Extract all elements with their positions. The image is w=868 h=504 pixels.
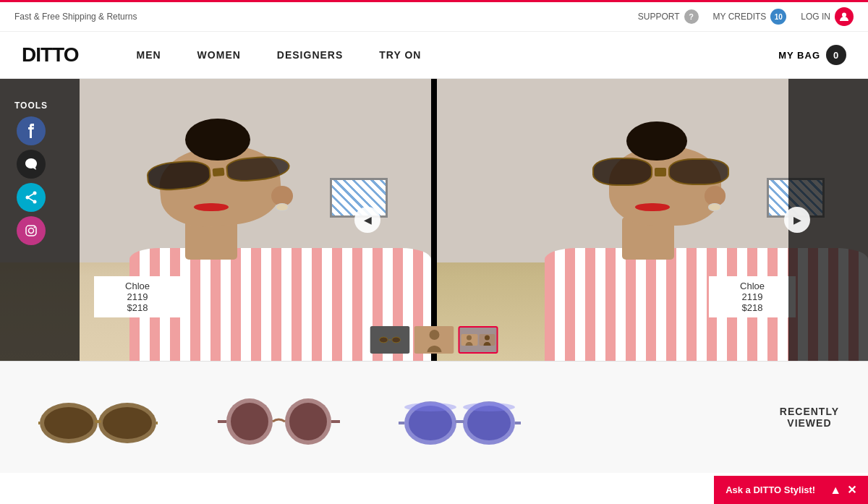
login-label: LOG IN: [801, 12, 830, 22]
svg-point-32: [404, 403, 456, 411]
thumb-glasses-icon: [379, 337, 400, 343]
top-bar-right: SUPPORT ? MY CREDITS 10 LOG IN: [638, 7, 854, 26]
bag-button[interactable]: MY BAG 0: [778, 45, 846, 65]
svg-point-0: [842, 13, 846, 17]
svg-point-9: [429, 330, 439, 340]
svg-point-33: [463, 403, 515, 411]
facebook-tool[interactable]: [17, 116, 46, 145]
stylist-label: Ask a DITTO Stylist!: [726, 484, 815, 495]
left-info-card: Chloe 2119 $218: [94, 276, 181, 317]
stylist-bar[interactable]: Ask a DITTO Stylist! ▲ ✕: [714, 476, 868, 504]
share-tool[interactable]: [17, 183, 46, 212]
nav-designers[interactable]: DESIGNERS: [277, 49, 343, 61]
svg-rect-29: [455, 420, 464, 423]
chat-tool[interactable]: [17, 150, 46, 179]
right-price: $218: [723, 302, 781, 313]
main-nav: DITTO MEN WOMEN DESIGNERS TRY ON MY BAG …: [0, 32, 868, 79]
logo[interactable]: DITTO: [22, 43, 78, 67]
credits-badge: 10: [770, 9, 786, 25]
svg-point-10: [467, 336, 472, 341]
glasses-item-1[interactable]: [29, 381, 166, 453]
stylist-close[interactable]: ✕: [847, 483, 856, 497]
shipping-text: Fast & Free Shipping & Returns: [14, 12, 137, 22]
right-brand: Chloe: [723, 281, 781, 291]
nav-women[interactable]: WOMEN: [197, 49, 241, 61]
stylist-controls: ▲ ✕: [830, 483, 856, 497]
svg-line-4: [27, 193, 35, 197]
thumbnail-both[interactable]: [459, 326, 498, 354]
support-icon: ?: [684, 9, 699, 24]
viewer-panels: Chloe 2119 $218: [0, 79, 868, 361]
svg-rect-16: [95, 420, 101, 423]
svg-line-5: [27, 197, 35, 202]
bottom-section: RECENTLYVIEWED: [0, 361, 868, 473]
recently-viewed: RECENTLYVIEWED: [780, 406, 839, 429]
right-model: 2119: [723, 291, 781, 302]
recently-viewed-title: RECENTLYVIEWED: [780, 406, 839, 429]
prev-arrow[interactable]: ◀: [354, 207, 380, 233]
thumbnail-person[interactable]: [414, 326, 454, 354]
svg-point-22: [289, 403, 327, 440]
thumbnail-glasses[interactable]: [370, 326, 410, 354]
nav-links: MEN WOMEN DESIGNERS TRY ON: [136, 49, 778, 61]
try-on-viewer: TOOLS: [0, 79, 868, 361]
svg-point-8: [34, 227, 35, 228]
thumbnail-strip: [370, 326, 498, 354]
credits-label: MY CREDITS: [713, 12, 767, 22]
support-label: SUPPORT: [638, 12, 680, 22]
bag-count: 0: [826, 45, 846, 65]
glasses-item-2[interactable]: [210, 381, 347, 453]
next-arrow[interactable]: ▶: [784, 207, 810, 233]
left-price: $218: [109, 302, 166, 313]
left-brand: Chloe: [109, 281, 166, 291]
right-info-card: Chloe 2119 $218: [709, 276, 796, 317]
bag-label: MY BAG: [778, 50, 820, 61]
tools-panel: TOOLS: [14, 101, 48, 249]
svg-point-7: [29, 228, 34, 234]
top-bar: Fast & Free Shipping & Returns SUPPORT ?…: [0, 0, 868, 32]
svg-point-20: [231, 403, 268, 440]
login-link[interactable]: LOG IN: [801, 7, 854, 26]
svg-point-13: [44, 407, 93, 439]
stylist-minimize[interactable]: ▲: [830, 484, 841, 497]
nav-men[interactable]: MEN: [136, 49, 161, 61]
glasses-item-3[interactable]: [391, 381, 528, 453]
instagram-tool[interactable]: [17, 216, 46, 245]
support-link[interactable]: SUPPORT ?: [638, 9, 699, 24]
credits-link[interactable]: MY CREDITS 10: [713, 9, 787, 25]
panel-divider: [431, 79, 437, 361]
tools-label: TOOLS: [14, 101, 48, 111]
login-icon: [835, 7, 854, 26]
svg-point-11: [485, 336, 490, 341]
left-model: 2119: [109, 291, 166, 302]
svg-point-15: [103, 407, 152, 439]
nav-try-on[interactable]: TRY ON: [379, 49, 421, 61]
